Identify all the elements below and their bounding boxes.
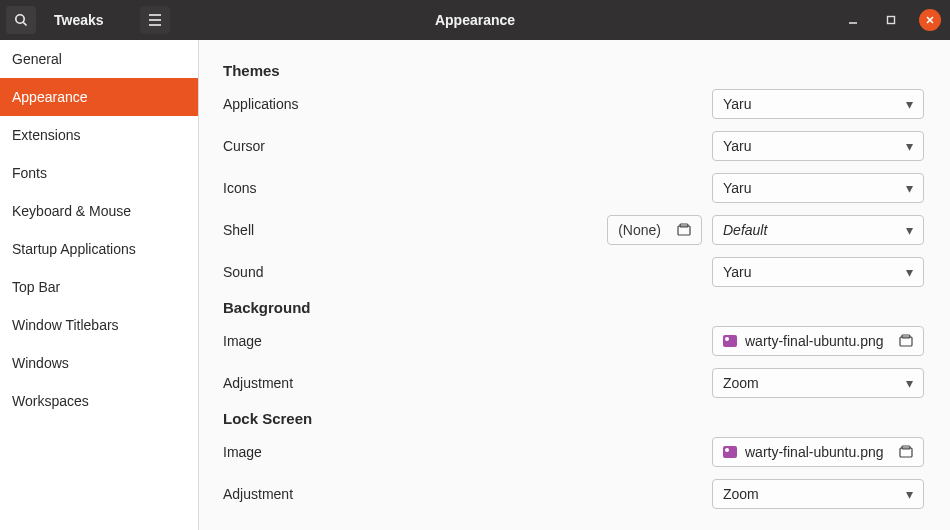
label-lockscreen-adjustment: Adjustment (223, 486, 293, 502)
sidebar-item-appearance[interactable]: Appearance (0, 78, 198, 116)
open-folder-icon (899, 334, 913, 348)
search-icon (14, 13, 28, 27)
sidebar-item-fonts[interactable]: Fonts (0, 154, 198, 192)
svg-point-0 (16, 15, 24, 23)
sidebar-item-workspaces[interactable]: Workspaces (0, 382, 198, 420)
hamburger-icon (148, 14, 162, 26)
combo-lockscreen-adjustment-value: Zoom (723, 486, 898, 502)
sidebar-item-extensions[interactable]: Extensions (0, 116, 198, 154)
combo-applications-value: Yaru (723, 96, 898, 112)
chevron-down-icon: ▾ (906, 138, 913, 154)
content-panel: Themes Applications Yaru ▾ Cursor Yaru ▾… (199, 40, 950, 530)
combo-cursor[interactable]: Yaru ▾ (712, 131, 924, 161)
minimize-icon (848, 15, 858, 25)
row-cursor: Cursor Yaru ▾ (223, 125, 924, 167)
combo-applications[interactable]: Yaru ▾ (712, 89, 924, 119)
row-lockscreen-adjustment: Adjustment Zoom ▾ (223, 473, 924, 515)
row-shell: Shell (None) Default ▾ (223, 209, 924, 251)
chevron-down-icon: ▾ (906, 375, 913, 391)
titlebar: Tweaks Appearance (0, 0, 950, 40)
sidebar-item-window-titlebars[interactable]: Window Titlebars (0, 306, 198, 344)
sidebar-item-top-bar[interactable]: Top Bar (0, 268, 198, 306)
minimize-button[interactable] (843, 10, 863, 30)
combo-sound[interactable]: Yaru ▾ (712, 257, 924, 287)
chevron-down-icon: ▾ (906, 486, 913, 502)
combo-background-adjustment-value: Zoom (723, 375, 898, 391)
chevron-down-icon: ▾ (906, 96, 913, 112)
file-background-image[interactable]: warty-final-ubuntu.png (712, 326, 924, 356)
shell-none-label: (None) (618, 222, 661, 238)
combo-shell[interactable]: Default ▾ (712, 215, 924, 245)
chevron-down-icon: ▾ (906, 180, 913, 196)
label-shell: Shell (223, 222, 254, 238)
combo-lockscreen-adjustment[interactable]: Zoom ▾ (712, 479, 924, 509)
label-lockscreen-image: Image (223, 444, 262, 460)
row-lockscreen-image: Image warty-final-ubuntu.png (223, 431, 924, 473)
label-icons: Icons (223, 180, 256, 196)
section-title-themes: Themes (223, 62, 924, 79)
search-button[interactable] (6, 6, 36, 34)
shell-none-chip[interactable]: (None) (607, 215, 702, 245)
label-applications: Applications (223, 96, 299, 112)
sidebar-item-windows[interactable]: Windows (0, 344, 198, 382)
combo-icons[interactable]: Yaru ▾ (712, 173, 924, 203)
open-folder-icon (677, 223, 691, 237)
file-lockscreen-image[interactable]: warty-final-ubuntu.png (712, 437, 924, 467)
sidebar-item-general[interactable]: General (0, 40, 198, 78)
row-icons: Icons Yaru ▾ (223, 167, 924, 209)
combo-sound-value: Yaru (723, 264, 898, 280)
combo-background-adjustment[interactable]: Zoom ▾ (712, 368, 924, 398)
file-lockscreen-image-value: warty-final-ubuntu.png (745, 444, 891, 460)
row-background-image: Image warty-final-ubuntu.png (223, 320, 924, 362)
row-sound: Sound Yaru ▾ (223, 251, 924, 293)
image-file-icon (723, 335, 737, 347)
close-button[interactable] (919, 9, 941, 31)
chevron-down-icon: ▾ (906, 222, 913, 238)
combo-icons-value: Yaru (723, 180, 898, 196)
maximize-icon (886, 15, 896, 25)
file-background-image-value: warty-final-ubuntu.png (745, 333, 891, 349)
app-name: Tweaks (42, 12, 134, 28)
sidebar: General Appearance Extensions Fonts Keyb… (0, 40, 199, 530)
chevron-down-icon: ▾ (906, 264, 913, 280)
svg-line-1 (23, 22, 26, 25)
label-background-image: Image (223, 333, 262, 349)
combo-cursor-value: Yaru (723, 138, 898, 154)
section-title-lock-screen: Lock Screen (223, 410, 924, 427)
label-sound: Sound (223, 264, 263, 280)
row-applications: Applications Yaru ▾ (223, 83, 924, 125)
close-icon (925, 15, 935, 25)
maximize-button[interactable] (881, 10, 901, 30)
menu-button[interactable] (140, 6, 170, 34)
sidebar-item-keyboard-mouse[interactable]: Keyboard & Mouse (0, 192, 198, 230)
sidebar-item-startup-applications[interactable]: Startup Applications (0, 230, 198, 268)
combo-shell-value: Default (723, 222, 898, 238)
label-cursor: Cursor (223, 138, 265, 154)
svg-rect-6 (888, 17, 895, 24)
open-folder-icon (899, 445, 913, 459)
row-background-adjustment: Adjustment Zoom ▾ (223, 362, 924, 404)
label-background-adjustment: Adjustment (223, 375, 293, 391)
image-file-icon (723, 446, 737, 458)
section-title-background: Background (223, 299, 924, 316)
